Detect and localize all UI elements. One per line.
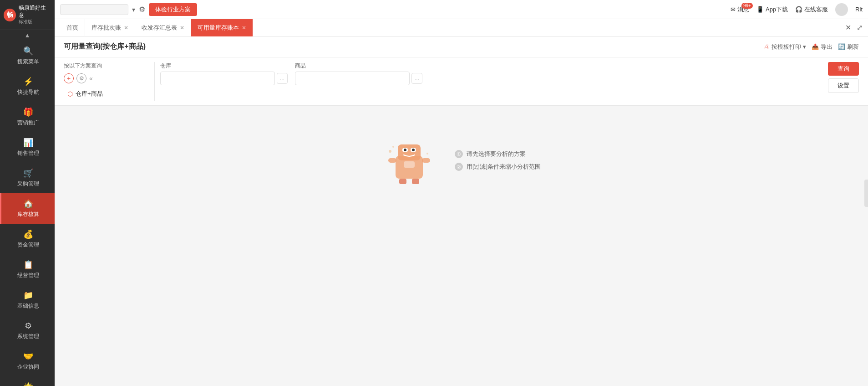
tab-batch-ledger-label: 库存批次账 bbox=[91, 24, 121, 32]
finance-icon: 💰 bbox=[23, 229, 33, 239]
basic-icon: 📁 bbox=[23, 290, 33, 300]
svg-rect-8 bbox=[412, 179, 419, 184]
enterprise-icon: 🤝 bbox=[23, 351, 33, 361]
svg-rect-1 bbox=[398, 144, 421, 160]
headset-icon: 🎧 bbox=[795, 6, 802, 13]
sidebar-scroll-up[interactable]: ▲ bbox=[0, 30, 55, 41]
filter-buttons: + ⚙ « bbox=[64, 73, 149, 83]
tab-actions: ✕ ⤢ bbox=[843, 21, 868, 34]
phone-icon: 📱 bbox=[756, 6, 764, 13]
message-button[interactable]: ✉ 消息 99+ bbox=[731, 5, 749, 14]
filter-fields: 仓库 ... 商品 ... bbox=[160, 62, 822, 85]
tab-home-label: 首页 bbox=[66, 24, 78, 32]
operation-icon: 📋 bbox=[23, 260, 33, 270]
sidebar-item-operation[interactable]: 📋 经营管理 bbox=[0, 254, 55, 285]
sidebar-item-purchase[interactable]: 🛒 采购管理 bbox=[0, 163, 55, 193]
tab-collect-ledger-label: 收发存汇总表 bbox=[142, 24, 177, 32]
sidebar-item-enterprise[interactable]: 🤝 企业协同 bbox=[0, 346, 55, 376]
topbar: ▾ ⚙ 体验行业方案 ✉ 消息 99+ 📱 App下载 🎧 在线客服 Rit bbox=[55, 0, 868, 19]
tab-home[interactable]: 首页 bbox=[60, 19, 85, 36]
export-button[interactable]: 📤 导出 bbox=[812, 43, 832, 51]
username-label[interactable]: Rit bbox=[855, 6, 863, 13]
goods-input[interactable] bbox=[295, 72, 410, 85]
svg-rect-10 bbox=[422, 158, 430, 163]
user-avatar[interactable] bbox=[835, 3, 848, 16]
topbar-gear-btn[interactable]: ⚙ bbox=[139, 5, 145, 14]
warehouse-input-row: ... bbox=[160, 72, 288, 85]
print-dropdown-icon: ▾ bbox=[803, 43, 806, 50]
logo-title: 畅康通好生意 bbox=[19, 5, 51, 19]
newbie-icon: 🌟 bbox=[23, 382, 33, 386]
sidebar-item-quick-nav[interactable]: ⚡ 快捷导航 bbox=[0, 71, 55, 102]
tab-available-ledger[interactable]: 可用量库存账本 ✕ bbox=[191, 19, 253, 36]
svg-point-13 bbox=[426, 153, 428, 154]
tab-collect-ledger[interactable]: 收发存汇总表 ✕ bbox=[135, 19, 191, 36]
filter-add-button[interactable]: + bbox=[64, 73, 74, 83]
scheme-name: 仓库+商品 bbox=[76, 90, 103, 98]
app-download-label: App下载 bbox=[766, 5, 788, 14]
filter-scheme-item-warehouse-goods[interactable]: ⬡ 仓库+商品 bbox=[64, 87, 149, 101]
empty-state: ① 请先选择要分析的方案 ② 用[过滤]条件来缩小分析范围 bbox=[55, 106, 868, 215]
filter-field-warehouse: 仓库 ... bbox=[160, 62, 288, 85]
empty-tip-2: ② 用[过滤]条件来缩小分析范围 bbox=[455, 163, 541, 171]
sidebar-item-newbie[interactable]: 🌟 新手引导 bbox=[0, 376, 55, 386]
service-button[interactable]: 🎧 在线客服 bbox=[795, 5, 828, 14]
tab-available-ledger-label: 可用量库存账本 bbox=[198, 24, 239, 32]
svg-rect-7 bbox=[399, 179, 406, 184]
filter-collapse-button[interactable]: « bbox=[89, 73, 93, 83]
page-content: 可用量查询(按仓库+商品) 🖨 按模板打印 ▾ 📤 导出 🔄 刷新 bbox=[55, 36, 868, 386]
chart-icon: 📊 bbox=[23, 138, 33, 148]
tab-fullscreen-btn[interactable]: ⤢ bbox=[855, 21, 864, 34]
sidebar-item-inventory[interactable]: 🏠 库存核算 bbox=[0, 193, 55, 224]
tab-available-ledger-close[interactable]: ✕ bbox=[242, 25, 246, 31]
gift-icon: 🎁 bbox=[23, 107, 33, 117]
goods-field-label: 商品 bbox=[295, 62, 422, 70]
service-label: 在线客服 bbox=[804, 5, 828, 14]
sidebar-item-marketing[interactable]: 🎁 营销推广 bbox=[0, 102, 55, 132]
sidebar-item-finance[interactable]: 💰 资金管理 bbox=[0, 224, 55, 254]
svg-point-11 bbox=[389, 150, 391, 153]
search-input[interactable] bbox=[60, 4, 128, 15]
tip-number-2: ② bbox=[455, 163, 463, 171]
warehouse-input[interactable] bbox=[160, 72, 275, 85]
app-download-button[interactable]: 📱 App下载 bbox=[756, 5, 788, 14]
tab-batch-ledger-close[interactable]: ✕ bbox=[124, 25, 128, 31]
print-template-button[interactable]: 🖨 按模板打印 ▾ bbox=[764, 43, 806, 51]
cart-icon: 🛒 bbox=[23, 168, 33, 178]
refresh-icon: 🔄 bbox=[838, 43, 845, 50]
sidebar-item-system[interactable]: ⚙ 系统管理 bbox=[0, 315, 55, 346]
goods-more-button[interactable]: ... bbox=[411, 73, 422, 84]
topbar-right: ✉ 消息 99+ 📱 App下载 🎧 在线客服 Rit bbox=[731, 3, 863, 16]
svg-point-12 bbox=[392, 146, 394, 148]
sidebar: 畅 畅康通好生意 标准版 ▲ 🔍 搜索菜单 ⚡ 快捷导航 🎁 营销推广 📊 销售… bbox=[0, 0, 55, 386]
tip-text-1: 请先选择要分析的方案 bbox=[467, 150, 526, 158]
empty-illustration bbox=[382, 133, 437, 188]
sidebar-item-sales[interactable]: 📊 销售管理 bbox=[0, 132, 55, 163]
svg-rect-9 bbox=[388, 158, 396, 163]
tip-number-1: ① bbox=[455, 150, 463, 158]
page-title: 可用量查询(按仓库+商品) bbox=[64, 42, 146, 51]
query-button[interactable]: 查询 bbox=[828, 62, 859, 76]
goods-input-row: ... bbox=[295, 72, 422, 85]
filter-scheme-panel: 按以下方案查询 + ⚙ « ⬡ 仓库+商品 bbox=[64, 62, 155, 101]
tab-collect-ledger-close[interactable]: ✕ bbox=[180, 25, 184, 31]
refresh-button[interactable]: 🔄 刷新 bbox=[838, 43, 859, 51]
export-icon: 📤 bbox=[812, 43, 819, 50]
right-edge-handle[interactable] bbox=[864, 180, 868, 207]
system-icon: ⚙ bbox=[25, 321, 32, 331]
warehouse-more-button[interactable]: ... bbox=[277, 73, 288, 84]
page-header-actions: 🖨 按模板打印 ▾ 📤 导出 🔄 刷新 bbox=[764, 43, 859, 51]
scheme-icon: ⬡ bbox=[67, 90, 73, 98]
topbar-dropdown-btn[interactable]: ▾ bbox=[132, 6, 135, 13]
message-icon: ✉ bbox=[731, 6, 736, 13]
filter-panel: 按以下方案查询 + ⚙ « ⬡ 仓库+商品 仓库 ... bbox=[55, 57, 868, 106]
tab-close-all-btn[interactable]: ✕ bbox=[843, 21, 853, 34]
filter-section-label: 按以下方案查询 bbox=[64, 62, 149, 70]
filter-setting-button[interactable]: ⚙ bbox=[76, 73, 86, 83]
sidebar-item-basic[interactable]: 📁 基础信息 bbox=[0, 285, 55, 315]
filter-settings-button[interactable]: 设置 bbox=[828, 78, 859, 93]
sidebar-item-search[interactable]: 🔍 搜索菜单 bbox=[0, 41, 55, 71]
empty-tip-1: ① 请先选择要分析的方案 bbox=[455, 150, 541, 158]
trial-industry-button[interactable]: 体验行业方案 bbox=[149, 3, 197, 16]
tab-batch-ledger[interactable]: 库存批次账 ✕ bbox=[85, 19, 135, 36]
